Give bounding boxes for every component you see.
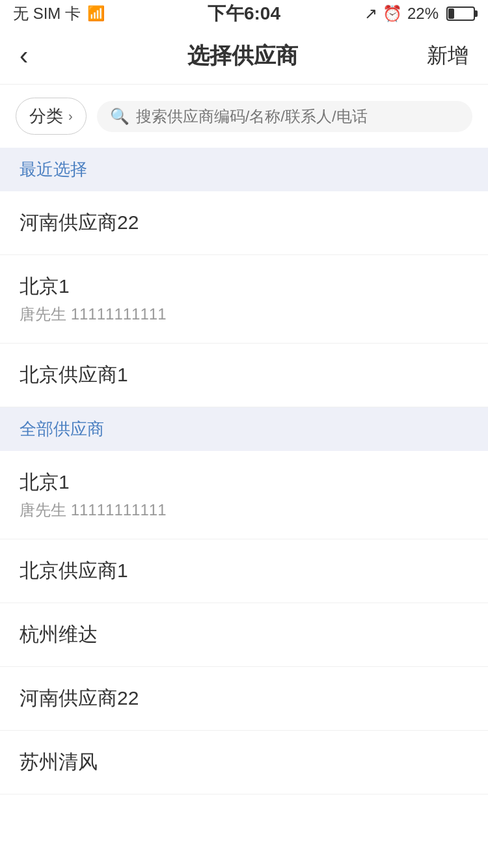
item-detail: 唐先生 11111111111 bbox=[20, 500, 468, 521]
list-item[interactable]: 北京供应商1 bbox=[0, 344, 488, 407]
status-time: 下午6:04 bbox=[208, 1, 280, 26]
add-button[interactable]: 新增 bbox=[427, 42, 468, 70]
search-input[interactable] bbox=[136, 107, 459, 126]
alarm-icon: ⏰ bbox=[383, 5, 402, 23]
item-name: 北京供应商1 bbox=[20, 362, 468, 388]
item-name: 苏州清风 bbox=[20, 749, 468, 776]
all-section-label: 全部供应商 bbox=[20, 419, 104, 439]
item-name: 河南供应商22 bbox=[20, 210, 468, 236]
status-bar: 无 SIM 卡 📶 下午6:04 ↗ ⏰ 22% bbox=[0, 0, 488, 27]
list-item[interactable]: 北京供应商1 bbox=[0, 539, 488, 603]
search-icon: 🔍 bbox=[110, 107, 129, 126]
item-name: 北京1 bbox=[20, 469, 468, 496]
list-item[interactable]: 杭州维达 bbox=[0, 603, 488, 667]
status-right: ↗ ⏰ 22% bbox=[364, 5, 475, 23]
page-title: 选择供应商 bbox=[187, 41, 298, 71]
item-name: 北京1 bbox=[20, 273, 468, 300]
item-name: 杭州维达 bbox=[20, 621, 468, 648]
status-left: 无 SIM 卡 📶 bbox=[13, 3, 105, 24]
all-section-header: 全部供应商 bbox=[0, 407, 488, 451]
recent-section-header: 最近选择 bbox=[0, 148, 488, 191]
list-item[interactable]: 河南供应商22 bbox=[0, 667, 488, 731]
battery-icon bbox=[446, 7, 475, 21]
sim-status: 无 SIM 卡 bbox=[13, 3, 81, 24]
list-item[interactable]: 河南供应商22 bbox=[0, 191, 488, 255]
wifi-icon: 📶 bbox=[87, 5, 105, 22]
location-icon: ↗ bbox=[364, 5, 377, 23]
item-name: 北京供应商1 bbox=[20, 558, 468, 584]
recent-items-list: 河南供应商22北京1唐先生 11111111111北京供应商1 bbox=[0, 191, 488, 407]
battery-percent: 22% bbox=[407, 5, 439, 23]
chevron-icon: › bbox=[68, 109, 73, 124]
search-box: 🔍 bbox=[97, 101, 472, 132]
nav-bar: ‹ 选择供应商 新增 bbox=[0, 27, 488, 85]
filter-bar: 分类 › 🔍 bbox=[0, 85, 488, 148]
category-label: 分类 bbox=[29, 105, 63, 128]
list-item[interactable]: 北京1唐先生 11111111111 bbox=[0, 255, 488, 344]
category-button[interactable]: 分类 › bbox=[16, 98, 87, 135]
list-item[interactable]: 苏州清风 bbox=[0, 731, 488, 794]
back-button[interactable]: ‹ bbox=[20, 41, 59, 70]
item-detail: 唐先生 11111111111 bbox=[20, 304, 468, 325]
recent-section-label: 最近选择 bbox=[20, 159, 87, 179]
item-name: 河南供应商22 bbox=[20, 685, 468, 712]
all-items-list: 北京1唐先生 11111111111北京供应商1杭州维达河南供应商22苏州清风 bbox=[0, 451, 488, 794]
list-item[interactable]: 北京1唐先生 11111111111 bbox=[0, 451, 488, 539]
